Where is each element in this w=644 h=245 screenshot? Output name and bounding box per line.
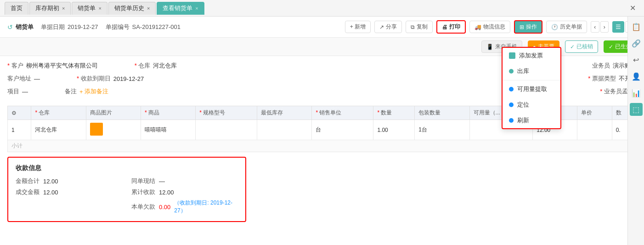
- available-qty-icon: [509, 87, 514, 91]
- new-button[interactable]: + 新增: [345, 21, 371, 33]
- th-product: 商品: [141, 106, 195, 120]
- owed-field: 本单欠款 0.00 （收款到期日: 2019-12-27）: [131, 199, 238, 215]
- customer-label: 客户: [7, 62, 23, 70]
- sidebar-link-icon[interactable]: 🔗: [630, 37, 643, 50]
- accumulated-field: 累计收款 12.00: [131, 188, 238, 196]
- payment-box: 收款信息 金额合计 12.00 同单现结 — 成交金额 12.00 累计收款 1…: [7, 157, 246, 222]
- tab-home[interactable]: 首页: [5, 2, 28, 15]
- note-field: 备注 + 添加备注: [65, 87, 108, 96]
- payment-due-field: 收款到期日 2019-12-27: [77, 74, 144, 83]
- accumulated-label: 累计收款: [131, 188, 155, 196]
- share-button[interactable]: ↗ 分享: [374, 21, 402, 33]
- doc-icon: ↺: [7, 23, 13, 31]
- print-icon: 🖨: [442, 24, 447, 30]
- th-spec: 规格型号: [196, 106, 257, 120]
- total-amount-field: 金额合计 12.00: [16, 177, 122, 185]
- doc-header: ↺ 销货单 单据日期 2019-12-27 单据编号 SA-20191227-0…: [0, 17, 644, 38]
- row-warehouse: 河北仓库: [31, 120, 86, 140]
- sidebar-return-icon[interactable]: ↩: [630, 53, 643, 66]
- row-num: 1: [8, 120, 31, 140]
- subtotal-row: 小计: [8, 140, 637, 152]
- copy-icon: ⧉: [411, 24, 415, 30]
- customer-field: 客户 柳州粤港平安气体有限公司: [7, 62, 98, 70]
- copy-button[interactable]: ⧉ 复制: [406, 21, 433, 33]
- tab-sales-close[interactable]: ×: [98, 6, 101, 11]
- doc-number-value: SA-20191227-001: [132, 23, 181, 30]
- doc-title: 销货单: [16, 23, 34, 31]
- sidebar-expand-icon[interactable]: ⬚: [630, 103, 643, 116]
- dropdown-refresh[interactable]: 刷新: [503, 113, 560, 128]
- warehouse-field: 仓库 河北仓库: [135, 62, 177, 70]
- same-order-value: —: [159, 178, 165, 185]
- row-price: [577, 120, 612, 140]
- doc-actions: + 新增 ↗ 分享 ⧉ 复制 🖨 打印 🚚 物流信息 ⊞ 操作 �: [345, 20, 637, 34]
- tab-inventory-close[interactable]: ×: [62, 6, 65, 11]
- print-button[interactable]: 🖨 打印: [436, 20, 466, 34]
- project-label: 项目: [7, 87, 19, 96]
- plus-icon: +: [79, 88, 83, 95]
- customer-value: 柳州粤港平安气体有限公司: [26, 62, 98, 70]
- address-field: 客户地址 —: [7, 74, 40, 83]
- tab-view-sales-close[interactable]: ×: [195, 6, 198, 11]
- locate-icon: [509, 103, 514, 107]
- th-pkg-qty: 包装数量: [415, 106, 469, 120]
- operate-button[interactable]: ⊞ 操作: [514, 20, 542, 34]
- row-product: 嘻嘻嘻嘻: [141, 120, 195, 140]
- address-label: 客户地址: [7, 74, 31, 83]
- tab-sales-history-close[interactable]: ×: [147, 6, 150, 11]
- gear-icon: ⚙: [11, 110, 17, 116]
- sidebar-clipboard-icon[interactable]: 📋: [630, 20, 643, 33]
- total-amount-label: 金额合计: [16, 177, 40, 185]
- prev-button[interactable]: ‹: [591, 21, 599, 33]
- tab-sales-history[interactable]: 销货单历史 ×: [108, 2, 156, 15]
- tab-view-sales-label: 查看销货单: [163, 4, 192, 12]
- row-spec: [196, 120, 257, 140]
- owed-note: （收款到期日: 2019-12-27）: [174, 199, 238, 215]
- tab-sales-label: 销货单: [78, 4, 96, 12]
- th-warehouse: 仓库: [31, 106, 86, 120]
- check-icon: ✓: [570, 44, 575, 50]
- th-product-img: 商品图片: [86, 106, 141, 120]
- history-icon: 🕐: [551, 24, 558, 30]
- th-unit: 销售单位: [312, 106, 373, 120]
- logistics-button[interactable]: 🚚 物流信息: [469, 21, 510, 33]
- dropdown-menu: 添加发票 出库 可用量提取 定位 刷新: [502, 47, 561, 129]
- dropdown-add-invoice[interactable]: 添加发票: [503, 48, 560, 63]
- th-qty: 数量: [373, 106, 415, 120]
- operate-icon: ⊞: [520, 24, 524, 30]
- doc-number-label: 单据编号: [106, 23, 130, 31]
- warehouse-label: 仓库: [135, 62, 151, 70]
- th-price: 单价: [577, 106, 612, 120]
- doc-date-label: 单据日期: [41, 23, 65, 31]
- sidebar-chart-icon[interactable]: 📊: [630, 86, 643, 99]
- accumulated-value: 12.00: [159, 189, 174, 196]
- checked-button[interactable]: ✓ 已核销: [565, 40, 598, 53]
- tab-sales-history-label: 销货单历史: [114, 4, 144, 12]
- next-button[interactable]: ›: [600, 21, 609, 33]
- tab-view-sales[interactable]: 查看销货单 ×: [157, 2, 204, 15]
- list-view-button[interactable]: ☰: [612, 21, 624, 33]
- dropdown-out-stock[interactable]: 出库: [503, 63, 560, 79]
- tab-home-label: 首页: [11, 4, 23, 12]
- row-min-stock: [257, 120, 312, 140]
- dropdown-available-qty[interactable]: 可用量提取: [503, 81, 560, 97]
- row-qty: 1.00: [373, 120, 415, 140]
- global-close-button[interactable]: ✕: [626, 4, 639, 12]
- sidebar-person-icon[interactable]: 👤: [630, 70, 643, 83]
- tab-bar: 首页 库存期初 × 销货单 × 销货单历史 × 查看销货单 × ✕: [0, 0, 644, 17]
- address-value: —: [34, 75, 40, 82]
- row-unit: 台: [312, 120, 373, 140]
- product-image: [90, 123, 103, 136]
- tab-inventory[interactable]: 库存期初 ×: [29, 2, 71, 15]
- tab-sales[interactable]: 销货单 ×: [72, 2, 107, 15]
- total-amount-value: 12.00: [43, 178, 58, 185]
- doc-date-value: 2019-12-27: [68, 23, 98, 30]
- dropdown-locate[interactable]: 定位: [503, 97, 560, 113]
- doc-meta: 单据日期 2019-12-27 单据编号 SA-20191227-001: [41, 23, 181, 31]
- effective-icon: ✓: [609, 44, 613, 50]
- history-button[interactable]: 🕐 历史单据: [546, 21, 587, 33]
- payment-due-label: 收款到期日: [77, 74, 111, 83]
- project-field: 项目 —: [7, 87, 28, 96]
- warehouse-value: 河北仓库: [153, 62, 177, 70]
- add-note-button[interactable]: + 添加备注: [79, 87, 108, 96]
